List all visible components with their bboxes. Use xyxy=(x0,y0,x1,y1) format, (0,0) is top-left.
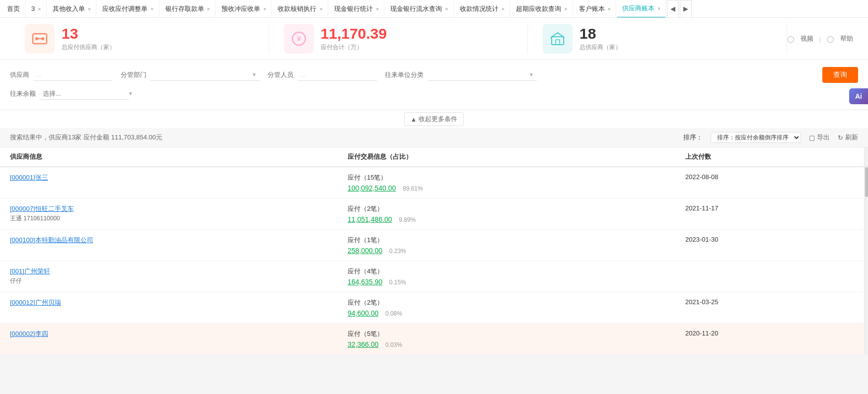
close-icon[interactable]: × xyxy=(150,6,153,12)
col-header-transaction: 应付交易信息（占比） xyxy=(348,152,685,161)
nav-item-collection-stats[interactable]: 收款情况统计 × xyxy=(455,0,510,18)
nav-item-home[interactable]: 首页 xyxy=(2,0,25,18)
category-filter-input[interactable] xyxy=(431,71,527,78)
nav-item-cash-flow[interactable]: 现金银行流水查询 × xyxy=(385,0,453,18)
close-icon[interactable]: × xyxy=(608,6,611,12)
prepay-label: 预收冲应收单 xyxy=(221,4,260,13)
amount-cell: 应付（1笔） 258,000.00 0.23% xyxy=(348,236,685,255)
nav-item-collection[interactable]: 收款核销执行 × xyxy=(273,0,328,18)
nav-item-3[interactable]: 3 × xyxy=(26,0,47,18)
supplier-link-001[interactable]: [001]广州荣轩 xyxy=(10,267,50,275)
last-pay-date-1: 2021-11-17 xyxy=(685,204,854,212)
close-icon[interactable]: × xyxy=(263,6,266,12)
nav-item-cash-stats[interactable]: 现金银行统计 × xyxy=(329,0,384,18)
nav-item-customer-ledger[interactable]: 客户账本 × xyxy=(574,0,616,18)
export-icon: ▢ xyxy=(809,134,815,141)
amount-value-link-5[interactable]: 32,366.00 xyxy=(348,340,378,348)
amount-value-link-3[interactable]: 164,635.90 xyxy=(348,278,382,286)
search-button[interactable]: 查询 xyxy=(822,67,858,83)
close-icon[interactable]: × xyxy=(657,5,660,11)
nav-prev-arrow[interactable]: ◀ xyxy=(667,0,679,18)
amount-value-link-2[interactable]: 258,000.00 xyxy=(348,247,382,255)
filter-person: 分管人员 xyxy=(268,69,377,81)
amount-value-link-4[interactable]: 94,600.00 xyxy=(348,309,378,317)
scrollbar-track xyxy=(864,147,868,355)
close-icon[interactable]: × xyxy=(319,6,322,12)
filter-category: 往来单位分类 ▼ xyxy=(385,69,537,81)
export-button[interactable]: ▢ 导出 xyxy=(809,133,830,142)
nav-next-arrow[interactable]: ▶ xyxy=(680,0,692,18)
summary-card-total-suppliers: 18 总供应商（家） xyxy=(528,24,787,54)
ai-badge[interactable]: Ai xyxy=(849,88,868,104)
help-link[interactable]: 帮助 xyxy=(840,34,853,43)
balance-filter-label: 往来余额 xyxy=(10,89,36,98)
amount-percent-5: 0.03% xyxy=(385,341,402,348)
amount-value-link-0[interactable]: 100,092,540.00 xyxy=(348,184,396,192)
summary-card-amount: ¥ 11,170.39 应付合计（万） xyxy=(269,24,528,54)
nav-item-bank[interactable]: 银行存取款单 × xyxy=(160,0,216,18)
amount-value-link-1[interactable]: 11,051,486.00 xyxy=(348,215,392,223)
person-filter-input[interactable] xyxy=(297,69,377,81)
close-icon[interactable]: × xyxy=(564,6,567,12)
amount-info: 11,170.39 应付合计（万） xyxy=(321,26,387,52)
amount-percent-2: 0.23% xyxy=(389,248,406,255)
balance-filter-input[interactable] xyxy=(43,90,126,97)
dept-filter-select[interactable]: ▼ xyxy=(150,69,260,81)
close-icon[interactable]: × xyxy=(38,6,41,12)
close-icon[interactable]: × xyxy=(376,6,379,12)
sort-select[interactable]: 排序：按应付余额倒序排序 xyxy=(711,132,801,143)
svg-rect-7 xyxy=(556,40,560,45)
dept-filter-input[interactable] xyxy=(153,71,250,78)
supplier-link-000012[interactable]: [000012]广州贝瑞 xyxy=(10,299,61,306)
filter-row-1: 供应商 分管部门 ▼ 分管人员 往来单位分类 ▼ 查询 xyxy=(10,67,858,83)
supplier-info-cell: [000001]张三 xyxy=(10,173,348,182)
category-filter-select[interactable]: ▼ xyxy=(428,69,537,81)
results-bar: 搜索结果中，供应商13家 应付金额 111,703,854.00元 排序： 排序… xyxy=(0,128,868,147)
collapse-row: ▲ 收起更多条件 xyxy=(0,110,868,128)
collection-stats-label: 收款情况统计 xyxy=(460,4,499,13)
chevron-down-icon3: ▼ xyxy=(128,91,133,96)
adjustment-label: 应收应付调整单 xyxy=(102,4,147,13)
last-pay-date-0: 2022-08-08 xyxy=(685,173,854,181)
supplier-info-cell: [000012]广州贝瑞 xyxy=(10,298,348,307)
filter-dept: 分管部门 ▼ xyxy=(121,69,260,81)
video-link[interactable]: 视频 xyxy=(800,34,813,43)
table-row: [001]广州荣轩 仔仔 应付（4笔） 164,635.90 0.15% xyxy=(0,261,864,292)
close-icon[interactable]: × xyxy=(207,6,210,12)
nav-item-other-income[interactable]: 其他收入单 × xyxy=(48,0,96,18)
cash-stats-label: 现金银行统计 xyxy=(334,4,373,13)
close-icon[interactable]: × xyxy=(502,6,505,12)
main-content: 供应商信息 应付交易信息（占比） 上次付数 [000001]张三 应付（15笔）… xyxy=(0,147,868,355)
circle-icon: ◯ xyxy=(787,35,795,43)
close-icon[interactable]: × xyxy=(445,6,448,12)
supplier-filter-input[interactable] xyxy=(33,69,113,81)
person-filter-label: 分管人员 xyxy=(268,70,293,79)
scrollbar-thumb[interactable] xyxy=(865,167,868,197)
collapse-label: 收起更多条件 xyxy=(419,115,457,124)
nav-item-adjustment[interactable]: 应收应付调整单 × xyxy=(97,0,159,18)
supplier-link-000007[interactable]: [000007]恒旺二手叉车 xyxy=(10,205,74,212)
table-header: 供应商信息 应付交易信息（占比） 上次付数 xyxy=(0,147,864,167)
refresh-icon: ↻ xyxy=(838,134,843,141)
balance-filter-select[interactable]: ▼ xyxy=(40,88,129,100)
refresh-button[interactable]: ↻ 刷新 xyxy=(838,133,858,142)
supplier-link-000002[interactable]: [000002]李四 xyxy=(10,330,48,337)
chevron-down-icon: ▼ xyxy=(252,72,257,77)
supplier-link-000001[interactable]: [000001]张三 xyxy=(10,174,48,181)
close-icon[interactable]: × xyxy=(88,6,91,12)
supplier-link-000100[interactable]: [000100]本特勤油品有限公司 xyxy=(10,236,93,244)
collapse-button[interactable]: ▲ 收起更多条件 xyxy=(404,112,464,126)
amount-label-3: 应付（4笔） xyxy=(348,267,685,276)
amount-label-1: 应付（2笔） xyxy=(348,204,685,213)
amount-label: 应付合计（万） xyxy=(321,43,387,52)
nav-item-prepay[interactable]: 预收冲应收单 × xyxy=(217,0,272,18)
nav-item-overdue[interactable]: 超期应收款查询 × xyxy=(511,0,573,18)
nav-item-supplier-ledger[interactable]: 供应商账本 × xyxy=(617,0,666,18)
summary-card-suppliers: 13 总应付供应商（家） xyxy=(10,24,269,54)
amount-cell: 应付（4笔） 164,635.90 0.15% xyxy=(348,267,685,286)
circle-icon2: ◯ xyxy=(827,35,834,43)
supplier-filter-label: 供应商 xyxy=(10,70,29,79)
last-pay-date-4: 2021-03-25 xyxy=(685,298,854,306)
svg-text:¥: ¥ xyxy=(297,35,301,43)
amount-label-4: 应付（2笔） xyxy=(348,298,685,307)
